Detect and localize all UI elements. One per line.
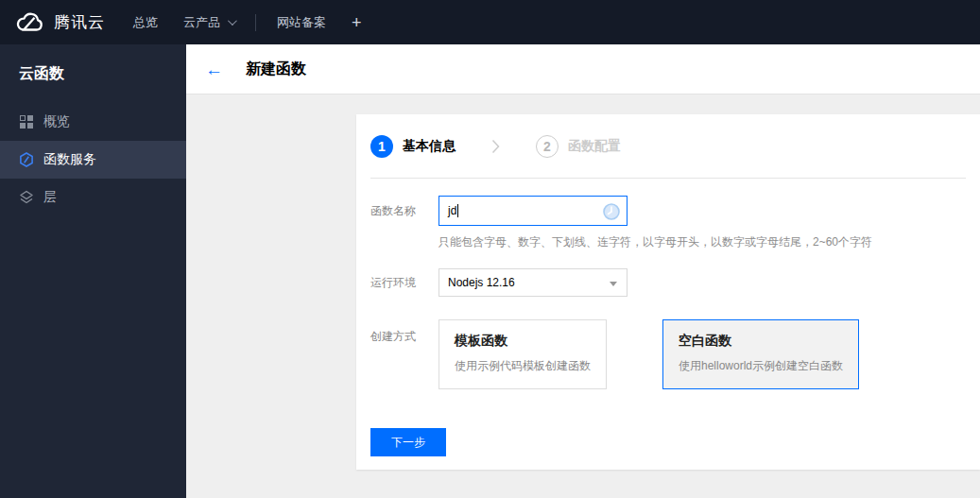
chevron-right-icon bbox=[491, 139, 500, 154]
runtime-value: Nodejs 12.16 bbox=[448, 276, 515, 289]
create-function-card: 1 基本信息 2 函数配置 函数名称 jd bbox=[356, 114, 980, 470]
tencent-cloud-logo[interactable]: 腾讯云 bbox=[13, 11, 105, 34]
creation-method-label: 创建方式 bbox=[370, 319, 438, 389]
next-step-button[interactable]: 下一步 bbox=[370, 428, 446, 456]
sidebar-item-label: 层 bbox=[43, 189, 57, 206]
hexagon-function-icon bbox=[19, 152, 34, 167]
sidebar-item-label: 概览 bbox=[43, 113, 70, 130]
method-card-blank-function[interactable]: 空白函数 使用helloworld示例创建空白函数 bbox=[662, 319, 859, 389]
topbar: 腾讯云 总览 云产品 网站备案 + bbox=[0, 0, 980, 44]
sidebar-item-layers[interactable]: 层 bbox=[0, 179, 186, 216]
page-title: 新建函数 bbox=[246, 60, 306, 79]
nav-beian[interactable]: 网站备案 bbox=[277, 14, 326, 31]
method-card-title: 空白函数 bbox=[679, 333, 843, 350]
top-navigation: 总览 云产品 网站备案 + bbox=[133, 14, 362, 31]
caret-down-icon bbox=[610, 282, 617, 286]
method-card-template-function[interactable]: 模板函数 使用示例代码模板创建函数 bbox=[438, 319, 607, 389]
sidebar-item-overview[interactable]: 概览 bbox=[0, 103, 186, 141]
chevron-down-icon bbox=[228, 16, 237, 26]
nav-divider bbox=[255, 14, 256, 31]
sidebar: 云函数 概览 函数服务 层 bbox=[0, 44, 186, 498]
text-cursor bbox=[457, 204, 458, 217]
function-name-label: 函数名称 bbox=[370, 196, 438, 226]
function-name-value: jd bbox=[448, 204, 456, 217]
back-arrow-icon[interactable]: ← bbox=[205, 60, 223, 78]
method-card-desc: 使用示例代码模板创建函数 bbox=[455, 358, 591, 374]
step-number: 2 bbox=[536, 135, 559, 158]
method-card-title: 模板函数 bbox=[455, 333, 591, 350]
nav-products-label: 云产品 bbox=[183, 14, 220, 31]
cloud-logo-icon bbox=[13, 11, 45, 34]
sidebar-item-label: 函数服务 bbox=[43, 151, 96, 168]
function-name-input[interactable]: jd bbox=[438, 196, 628, 226]
runtime-select[interactable]: Nodejs 12.16 bbox=[438, 268, 628, 297]
step-function-config: 2 函数配置 bbox=[536, 135, 621, 158]
creation-method-options: 模板函数 使用示例代码模板创建函数 空白函数 使用helloworld示例创建空… bbox=[438, 319, 859, 389]
layers-icon bbox=[19, 190, 34, 205]
basic-info-form: 函数名称 jd 只能包含字母、数字、下划线、连字符，以字母开头，以数字或字母结尾… bbox=[370, 179, 966, 456]
sidebar-item-function-service[interactable]: 函数服务 bbox=[0, 141, 186, 179]
step-number: 1 bbox=[370, 135, 393, 158]
add-tab-icon[interactable]: + bbox=[352, 14, 362, 31]
function-name-hint: 只能包含字母、数字、下划线、连字符，以字母开头，以数字或字母结尾，2~60个字符 bbox=[438, 234, 966, 250]
nav-products[interactable]: 云产品 bbox=[183, 14, 234, 31]
page-header: ← 新建函数 bbox=[186, 44, 980, 94]
method-card-desc: 使用helloworld示例创建空白函数 bbox=[679, 358, 843, 374]
step-indicator: 1 基本信息 2 函数配置 bbox=[370, 114, 966, 178]
logo-text: 腾讯云 bbox=[54, 11, 105, 33]
step-label: 基本信息 bbox=[403, 138, 456, 155]
grid-icon bbox=[19, 114, 34, 129]
clock-icon bbox=[601, 201, 622, 222]
sidebar-title: 云函数 bbox=[0, 44, 186, 103]
main-area: ← 新建函数 1 基本信息 2 函数配置 函数名称 jd bbox=[186, 44, 980, 498]
step-basic-info: 1 基本信息 bbox=[370, 135, 456, 158]
runtime-label: 运行环境 bbox=[370, 268, 438, 297]
step-label: 函数配置 bbox=[568, 138, 621, 155]
nav-overview[interactable]: 总览 bbox=[133, 14, 158, 31]
